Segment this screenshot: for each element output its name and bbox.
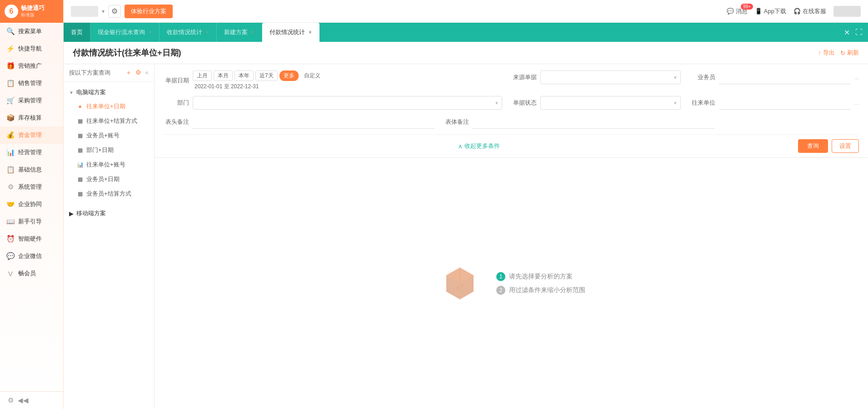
schema-item-label: 业务员+账号 bbox=[86, 131, 120, 140]
messages-btn[interactable]: 💬 消息 99+ bbox=[727, 7, 748, 15]
schema-item-dept-date[interactable]: ▦ 部门+日期 bbox=[64, 143, 154, 157]
unit-more-icon[interactable]: ... bbox=[854, 100, 859, 106]
this-year-btn[interactable]: 本年 bbox=[234, 71, 254, 81]
sidebar-item-finance[interactable]: 💰 资金管理 bbox=[0, 126, 63, 144]
sidebar-item-label: 销售管理 bbox=[18, 79, 42, 87]
unit-input[interactable] bbox=[719, 96, 851, 110]
refresh-icon: ↻ bbox=[840, 50, 845, 56]
sidebar-item-enterprise[interactable]: 🤝 企业协同 bbox=[0, 196, 63, 213]
tab-payment-stats[interactable]: 付款情况统计 × bbox=[262, 23, 319, 42]
finance-icon: 💰 bbox=[6, 131, 15, 139]
staff-more-icon[interactable]: ... bbox=[854, 74, 859, 81]
refresh-btn[interactable]: ↻ 刷新 bbox=[840, 49, 859, 57]
trial-btn[interactable]: 体验行业方案 bbox=[125, 5, 173, 18]
active-schema-icon: ● bbox=[76, 103, 84, 110]
export-btn[interactable]: ↑ 导出 bbox=[818, 49, 835, 57]
fullscreen-icon[interactable]: ⛶ bbox=[855, 28, 863, 36]
schema-item-label: 往来单位+结算方式 bbox=[86, 117, 137, 125]
sales-icon: 📋 bbox=[6, 79, 15, 87]
staff-filter-group: 业务员 ... bbox=[690, 71, 859, 84]
schema-item-staff-settlement[interactable]: ▦ 业务员+结算方式 bbox=[64, 187, 154, 201]
source-select[interactable]: ▾ bbox=[540, 71, 681, 84]
schema-item-unit-account[interactable]: 📊 往来单位+账号 bbox=[64, 157, 154, 172]
schema-item-staff-date[interactable]: ▦ 业务员+日期 bbox=[64, 172, 154, 187]
tab-collection-close[interactable]: × bbox=[206, 29, 209, 35]
empty-area: 1 请先选择要分析的方案 2 用过滤条件来缩小分析范围 bbox=[155, 158, 868, 409]
sidebar-item-inventory[interactable]: 📦 库存核算 bbox=[0, 109, 63, 126]
tab-cash-flow[interactable]: 现金银行流水查询 × bbox=[90, 23, 160, 42]
company-chevron-icon[interactable]: ▾ bbox=[102, 8, 105, 15]
tabbar-actions: ✕ ⛶ bbox=[838, 28, 868, 37]
add-schema-icon[interactable]: ＋ bbox=[125, 69, 132, 77]
sidebar-item-purchase[interactable]: 🛒 采购管理 bbox=[0, 92, 63, 109]
last-7-days-btn[interactable]: 近7天 bbox=[255, 71, 278, 81]
manage-schema-icon[interactable]: ⚙ bbox=[135, 69, 141, 77]
logo-icon: 6 bbox=[5, 5, 18, 18]
content-area: 付款情况统计(往来单位+日期) ↑ 导出 ↻ 刷新 按以下方案查询 ＋ bbox=[64, 42, 868, 409]
settings-icon[interactable]: ⚙ bbox=[6, 396, 15, 404]
sidebar-nav: 🔍 搜索菜单 ⚡ 快捷导航 🎁 营销推广 📋 销售管理 🛒 采购管理 📦 库存核… bbox=[0, 23, 63, 391]
tab-cash-flow-close[interactable]: × bbox=[149, 29, 152, 35]
close-all-tabs-icon[interactable]: ✕ bbox=[844, 28, 850, 37]
schema-table-icon-2: ▦ bbox=[76, 132, 84, 139]
sidebar-item-label: 经营管理 bbox=[18, 148, 42, 157]
settings-gear-btn[interactable]: ⚙ bbox=[108, 5, 121, 18]
filter-row-1: 单据日期 上月 本月 本年 近7天 更多 自定义 2022-01-01 至 20… bbox=[164, 71, 859, 91]
schema-table-icon: ▦ bbox=[76, 117, 84, 125]
this-month-btn[interactable]: 本月 bbox=[214, 71, 233, 81]
more-btn[interactable]: 更多 bbox=[279, 71, 299, 81]
sidebar-item-enterprise-wechat[interactable]: 💬 企业微信 bbox=[0, 247, 63, 265]
sidebar-item-quick-nav[interactable]: ⚡ 快捷导航 bbox=[0, 40, 63, 57]
query-btn[interactable]: 查询 bbox=[798, 139, 828, 153]
sidebar-item-marketing[interactable]: 🎁 营销推广 bbox=[0, 57, 63, 75]
tab-home[interactable]: 首页 bbox=[64, 23, 90, 42]
page-header: 付款情况统计(往来单位+日期) ↑ 导出 ↻ 刷新 bbox=[64, 42, 868, 64]
schema-item-staff-account[interactable]: ▦ 业务员+账号 bbox=[64, 128, 154, 143]
setting-btn[interactable]: 设置 bbox=[832, 139, 859, 153]
tab-collection-stats[interactable]: 收款情况统计 × bbox=[160, 23, 217, 42]
tab-new-plan[interactable]: 新建方案 × bbox=[217, 23, 262, 42]
docstatus-filter-group: 单据状态 ▾ bbox=[511, 96, 681, 110]
sidebar-item-operations[interactable]: 📊 经营管理 bbox=[0, 144, 63, 161]
filter-actions: ∧ 收起更多条件 查询 设置 bbox=[164, 134, 859, 153]
hint-num-1: 1 bbox=[496, 272, 505, 281]
empty-illustration bbox=[437, 261, 483, 306]
collapse-sidebar-icon[interactable]: ◀◀ bbox=[19, 396, 27, 404]
header-note-input[interactable] bbox=[193, 115, 434, 129]
schema-item-label: 业务员+结算方式 bbox=[86, 190, 131, 198]
online-service-label: 在线客服 bbox=[803, 7, 826, 15]
sidebar-item-label: 采购管理 bbox=[18, 96, 42, 105]
tab-new-plan-close[interactable]: × bbox=[251, 29, 254, 35]
custom-btn[interactable]: 自定义 bbox=[300, 71, 324, 81]
date-filter-group: 单据日期 上月 本月 本年 近7天 更多 自定义 2022-01-01 至 20… bbox=[164, 71, 502, 91]
online-service-btn[interactable]: 🎧 在线客服 bbox=[793, 7, 826, 15]
schema-table-icon-5: ▦ bbox=[76, 190, 84, 197]
schema-item-unit-settlement[interactable]: ▦ 往来单位+结算方式 bbox=[64, 114, 154, 128]
tab-cash-flow-label: 现金银行流水查询 bbox=[98, 28, 145, 36]
page-actions: ↑ 导出 ↻ 刷新 bbox=[818, 49, 859, 57]
export-icon: ↑ bbox=[818, 50, 822, 56]
dept-select[interactable]: ▾ bbox=[193, 96, 502, 110]
pc-group-arrow-icon: ▼ bbox=[69, 90, 74, 95]
collapse-panel-icon[interactable]: « bbox=[145, 69, 149, 77]
docstatus-chevron-icon: ▾ bbox=[674, 100, 677, 106]
staff-input[interactable] bbox=[719, 71, 851, 84]
sidebar-item-member[interactable]: V 畅会员 bbox=[0, 265, 63, 282]
sidebar-item-sales[interactable]: 📋 销售管理 bbox=[0, 75, 63, 92]
pc-schema-group-title[interactable]: ▼ 电脑端方案 bbox=[64, 86, 154, 99]
app-download-btn[interactable]: 📱 App下载 bbox=[755, 7, 786, 15]
tab-payment-close[interactable]: × bbox=[309, 29, 312, 35]
mobile-group-title[interactable]: ▶ 移动端方案 bbox=[64, 207, 154, 220]
sidebar-item-system[interactable]: ⚙ 系统管理 bbox=[0, 178, 63, 196]
schema-item-unit-date[interactable]: ● 往来单位+日期 bbox=[64, 99, 154, 114]
sidebar-item-beginner[interactable]: 📖 新手引导 bbox=[0, 213, 63, 230]
staff-filter-label: 业务员 bbox=[690, 73, 715, 81]
docstatus-select[interactable]: ▾ bbox=[540, 96, 681, 110]
collapse-more-btn[interactable]: ∧ 收起更多条件 bbox=[164, 142, 794, 150]
last-month-btn[interactable]: 上月 bbox=[193, 71, 212, 81]
body-note-input[interactable] bbox=[473, 115, 714, 129]
lightning-icon: ⚡ bbox=[6, 45, 15, 53]
sidebar-item-smart-hw[interactable]: ⏰ 智能硬件 bbox=[0, 230, 63, 247]
sidebar-item-search[interactable]: 🔍 搜索菜单 bbox=[0, 23, 63, 40]
sidebar-item-basic[interactable]: 📋 基础信息 bbox=[0, 161, 63, 178]
